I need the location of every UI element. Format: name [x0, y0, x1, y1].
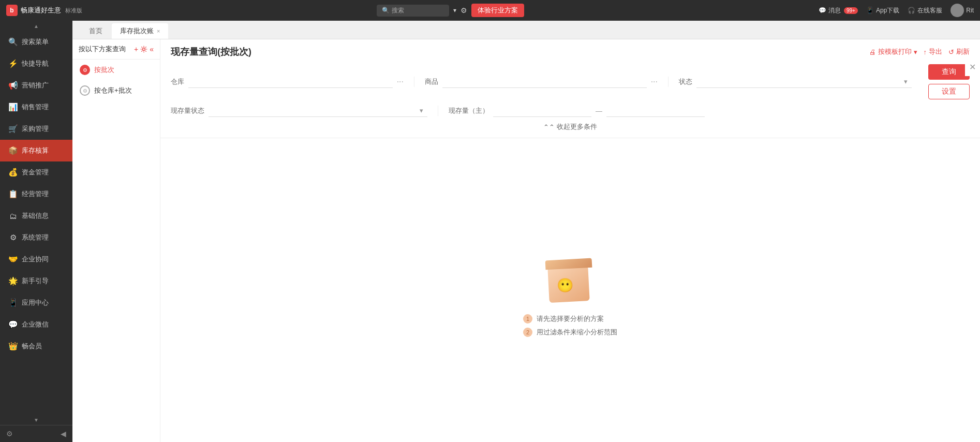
- sidebar-item-purchase[interactable]: 🛒 采购管理: [0, 118, 72, 140]
- empty-hints: 1 请先选择要分析的方案 2 用过滤条件来缩小分析范围: [523, 314, 617, 337]
- status-filter: 状态 ▾: [679, 76, 912, 88]
- app-download-action[interactable]: 📱 App下载: [866, 6, 899, 15]
- solution-label: 按批次: [94, 65, 114, 75]
- refresh-button[interactable]: ↺ 刷新: [948, 47, 970, 56]
- collapse-filters-button[interactable]: ⌃⌃ 收起更多条件: [543, 122, 597, 131]
- hint-1-text: 请先选择要分析的方案: [537, 314, 604, 323]
- sidebar-item-wechat[interactable]: 💬 企业微信: [0, 314, 72, 335]
- messages-label: 消息: [828, 6, 841, 15]
- experience-button[interactable]: 体验行业方案: [471, 4, 524, 17]
- filter-section: 仓库 ··· 商品 ···: [160, 58, 980, 138]
- filter-divider-1: [414, 77, 414, 87]
- add-solution-button[interactable]: +: [134, 45, 138, 53]
- tab-inventory-batch[interactable]: 库存批次账 ×: [112, 23, 168, 39]
- operation-icon: 📋: [8, 189, 18, 199]
- sidebar-collapse-button[interactable]: ◀: [61, 430, 66, 438]
- warehouse-dots[interactable]: ···: [397, 77, 404, 86]
- empty-state: 😶 1 请先选择要分析的方案 2 用过滤条件来缩小分析范围: [160, 138, 980, 442]
- tab-close-button[interactable]: ×: [157, 28, 160, 34]
- solution-by-warehouse-batch[interactable]: ⚙ 按仓库+批次: [72, 80, 160, 101]
- collapse-panel-button[interactable]: «: [150, 45, 154, 53]
- sidebar-item-marketing[interactable]: 📢 营销推广: [0, 75, 72, 96]
- sidebar-item-sales[interactable]: 📊 销售管理: [0, 96, 72, 118]
- inventory-qty-min[interactable]: [493, 105, 591, 117]
- sidebar-bottom: ⚙ ◀: [0, 425, 72, 442]
- sidebar-item-apps[interactable]: 📱 应用中心: [0, 292, 72, 314]
- sidebar-item-operation[interactable]: 📋 经营管理: [0, 183, 72, 205]
- logo-area: b 畅康通好生意: [6, 5, 61, 16]
- solution-settings-button[interactable]: [140, 46, 147, 53]
- sidebar-item-quick-nav[interactable]: ⚡ 快捷导航: [0, 53, 72, 75]
- goods-dots[interactable]: ···: [651, 77, 658, 86]
- service-icon: 🎧: [908, 7, 915, 14]
- export-button[interactable]: ↑ 导出: [924, 47, 943, 56]
- sidebar-item-label: 企业协同: [22, 255, 49, 264]
- sidebar-item-enterprise[interactable]: 🤝 企业协同: [0, 248, 72, 270]
- collapse-label: 收起更多条件: [557, 122, 597, 131]
- chevron-up-icon: ⌃⌃: [543, 123, 555, 131]
- printer-icon: 🖨: [869, 48, 876, 56]
- header-right: 💬 消息 99+ 📱 App下载 🎧 在线客服 Rit: [819, 4, 974, 17]
- sidebar-item-inventory[interactable]: 📦 库存核算: [0, 140, 72, 161]
- message-badge: 99+: [844, 7, 858, 14]
- goods-input[interactable]: [442, 76, 647, 88]
- inventory-qty-filter: 现存量（主） —: [449, 105, 705, 117]
- tab-home[interactable]: 首页: [81, 23, 111, 39]
- sidebar-settings-button[interactable]: ⚙: [6, 430, 13, 438]
- sidebar-item-label: 搜索菜单: [22, 37, 49, 47]
- sidebar-scroll-up[interactable]: ▲: [0, 21, 72, 31]
- inventory-status-label: 现存量状态: [171, 106, 204, 115]
- left-panel-title: 按以下方案查询: [79, 45, 126, 54]
- solution-label: 按仓库+批次: [94, 86, 132, 95]
- query-button[interactable]: 查询: [928, 64, 970, 80]
- refresh-label: 刷新: [956, 47, 970, 56]
- filter-divider-2: [668, 77, 669, 87]
- inventory-status-select[interactable]: ▾: [209, 105, 427, 117]
- status-select[interactable]: ▾: [696, 76, 912, 88]
- wechat-icon: 💬: [8, 320, 18, 329]
- filter-divider-3: [438, 106, 438, 116]
- sidebar-item-basic[interactable]: 🗂 基础信息: [0, 205, 72, 227]
- sidebar-item-finance[interactable]: 💰 资金管理: [0, 161, 72, 183]
- sidebar-item-label: 经营管理: [22, 189, 49, 199]
- sidebar-scroll-down[interactable]: ▼: [0, 415, 72, 425]
- header-settings-button[interactable]: ⚙: [461, 6, 467, 14]
- avatar: [951, 4, 964, 17]
- message-icon: 💬: [819, 7, 826, 14]
- app-name: 畅康通好生意: [21, 6, 61, 15]
- page-title: 现存量查询(按批次): [171, 46, 251, 58]
- sidebar-item-label: 基础信息: [22, 211, 49, 220]
- content-close-button[interactable]: ✕: [965, 58, 980, 76]
- main-right-wrapper: ✕ 现存量查询(按批次) 🖨 按模板打印 ▾ ↑: [160, 39, 980, 442]
- online-service-action[interactable]: 🎧 在线客服: [908, 6, 942, 15]
- warehouse-input[interactable]: [188, 76, 393, 88]
- messages-action[interactable]: 💬 消息 99+: [819, 6, 858, 15]
- gear-icon: [140, 46, 147, 53]
- left-panel-actions: + «: [134, 45, 154, 53]
- enterprise-icon: 🤝: [8, 255, 18, 264]
- inventory-qty-max[interactable]: [606, 105, 705, 117]
- filter-row-1: 仓库 ··· 商品 ···: [171, 64, 970, 99]
- sidebar-item-member[interactable]: 👑 畅会员: [0, 335, 72, 357]
- tab-bar: 首页 库存批次账 ×: [72, 21, 980, 39]
- svg-point-0: [143, 48, 145, 51]
- print-template-button[interactable]: 🖨 按模板打印 ▾: [869, 47, 917, 56]
- sidebar-items: 🔍 搜索菜单 ⚡ 快捷导航 📢 营销推广 📊 销售管理 🛒 采购管理 📦: [0, 31, 72, 415]
- dropdown-button[interactable]: ▾: [453, 7, 456, 14]
- chevron-down-icon: ▾: [904, 78, 908, 85]
- sidebar-item-newbie[interactable]: 🌟 新手引导: [0, 270, 72, 292]
- sidebar-item-search[interactable]: 🔍 搜索菜单: [0, 31, 72, 53]
- online-service-label: 在线客服: [917, 6, 942, 15]
- edition-badge: 标准版: [65, 7, 82, 14]
- solution-by-batch[interactable]: ⚙ 按批次: [72, 60, 160, 80]
- sidebar-item-label: 资金管理: [22, 168, 49, 177]
- hint-2-num: 2: [523, 328, 532, 337]
- top-header: b 畅康通好生意 标准版 🔍 搜索 ▾ ⚙ 体验行业方案 💬 消息 99+ 📱 …: [0, 0, 980, 21]
- settings-side-button[interactable]: 设置: [928, 84, 970, 99]
- search-bar[interactable]: 🔍 搜索: [377, 5, 449, 17]
- user-area[interactable]: Rit: [951, 4, 974, 17]
- sidebar-item-label: 采购管理: [22, 124, 49, 134]
- sidebar-item-label: 系统管理: [22, 233, 49, 242]
- goods-filter: 商品 ···: [425, 76, 658, 88]
- sidebar-item-system[interactable]: ⚙ 系统管理: [0, 227, 72, 248]
